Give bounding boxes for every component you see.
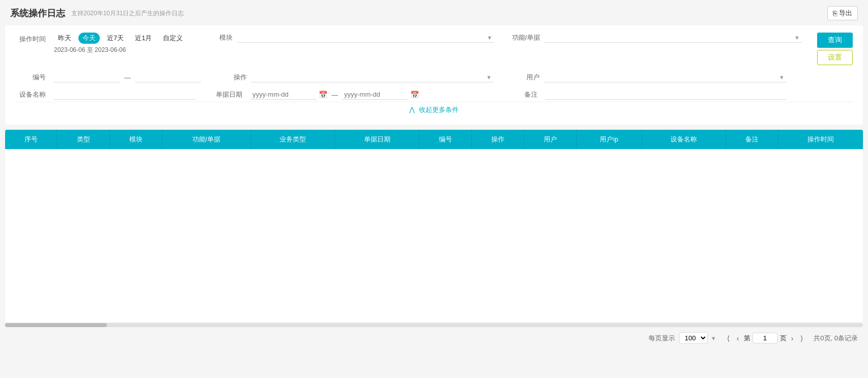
prev-page-button[interactable]: ‹ — [734, 333, 742, 343]
user-label: 用户 — [509, 73, 540, 82]
user-select[interactable] — [544, 72, 787, 82]
col-seq: 序号 — [5, 130, 57, 149]
col-module: 模块 — [109, 130, 162, 149]
function-label: 功能/单据 — [510, 33, 540, 42]
pagination-bar: 每页显示 100 50 200 ▼ ⟨ ‹ 第 页 › ⟩ 共0页, 0条记录 — [0, 328, 868, 348]
page-header: 系统操作日志 支持2020年10月31日之后产生的操作日志 ⎘ 导出 — [0, 0, 868, 20]
code-from-input[interactable] — [54, 72, 120, 82]
function-select[interactable] — [544, 33, 802, 43]
export-icon: ⎘ — [833, 9, 837, 17]
col-type: 类型 — [57, 130, 109, 149]
page-title: 系统操作日志 — [10, 7, 65, 19]
page-size-label: 每页显示 — [649, 334, 675, 343]
date-to-input[interactable] — [342, 90, 408, 100]
col-user: 用户 — [524, 130, 577, 149]
filter-area: 操作时间 昨天 今天 近7天 近1月 自定义 2023-06-06 至 2023… — [5, 25, 863, 125]
operation-select[interactable] — [251, 72, 494, 82]
code-label: 编号 — [15, 73, 46, 82]
time-range: 2023-06-06 至 2023-06-06 — [54, 46, 187, 54]
col-code: 编号 — [419, 130, 471, 149]
date-dash: — — [331, 91, 338, 99]
device-label: 设备名称 — [15, 90, 46, 99]
action-buttons: 查询 设置 — [817, 33, 853, 65]
export-button[interactable]: ⎘ 导出 — [827, 6, 858, 20]
operation-label: 操作 — [216, 73, 247, 82]
page-subtitle: 支持2020年10月31日之后产生的操作日志 — [71, 9, 184, 18]
time-option-custom[interactable]: 自定义 — [159, 33, 187, 44]
col-remark: 备注 — [726, 130, 778, 149]
page-label: 第 — [744, 334, 750, 343]
date-from-input[interactable] — [250, 90, 317, 100]
col-biz-type: 业务类型 — [250, 130, 335, 149]
remark-label: 备注 — [507, 90, 538, 99]
date-from-calendar-icon[interactable]: 📅 — [319, 91, 327, 99]
remark-input[interactable] — [546, 90, 787, 100]
last-page-button[interactable]: ⟩ — [798, 333, 805, 343]
table-empty-area — [5, 149, 863, 322]
page-navigation: ⟨ ‹ 第 页 › ⟩ — [724, 333, 805, 343]
col-op-time: 操作时间 — [778, 130, 863, 149]
collapse-icon: ⋀ — [409, 106, 415, 113]
time-label: 操作时间 — [15, 35, 46, 44]
col-function: 功能/单据 — [162, 130, 250, 149]
time-options: 昨天 今天 近7天 近1月 自定义 — [54, 33, 187, 44]
col-operation: 操作 — [472, 130, 524, 149]
module-label: 模块 — [202, 33, 233, 42]
page-suffix: 页 — [780, 334, 787, 343]
code-to-input[interactable] — [135, 72, 201, 82]
code-dash: — — [124, 74, 131, 81]
time-option-1month[interactable]: 近1月 — [131, 33, 156, 44]
scrollbar-area[interactable] — [5, 322, 863, 328]
date-label: 单据日期 — [212, 90, 242, 99]
page-size-chevron-icon: ▼ — [711, 335, 716, 341]
table-wrapper: 序号 类型 模块 功能/单据 业务类型 单据日期 编号 操作 用户 用户ip 设… — [5, 130, 863, 322]
next-page-button[interactable]: › — [789, 333, 796, 343]
scrollbar-track[interactable] — [5, 323, 863, 327]
export-label: 导出 — [839, 9, 852, 18]
time-option-7days[interactable]: 近7天 — [103, 33, 128, 44]
collapse-text: 收起更多条件 — [419, 106, 459, 113]
scrollbar-thumb[interactable] — [5, 323, 107, 327]
date-to-calendar-icon[interactable]: 📅 — [410, 91, 419, 99]
device-input[interactable] — [54, 90, 197, 100]
time-option-today[interactable]: 今天 — [78, 33, 100, 44]
col-date: 单据日期 — [335, 130, 419, 149]
page-total: 共0页, 0条记录 — [814, 334, 858, 343]
col-ip: 用户ip — [577, 130, 641, 149]
page-size-select[interactable]: 100 50 200 — [679, 332, 708, 344]
page-number-input[interactable] — [752, 333, 778, 343]
data-table: 序号 类型 模块 功能/单据 业务类型 单据日期 编号 操作 用户 用户ip 设… — [5, 130, 863, 149]
module-select[interactable] — [237, 33, 494, 43]
table-header-row: 序号 类型 模块 功能/单据 业务类型 单据日期 编号 操作 用户 用户ip 设… — [5, 130, 863, 149]
settings-button[interactable]: 设置 — [817, 50, 853, 65]
query-button[interactable]: 查询 — [817, 33, 853, 48]
time-option-yesterday[interactable]: 昨天 — [54, 33, 75, 44]
collapse-bar[interactable]: ⋀ 收起更多条件 — [15, 102, 853, 118]
col-device: 设备名称 — [641, 130, 726, 149]
first-page-button[interactable]: ⟨ — [724, 333, 732, 343]
